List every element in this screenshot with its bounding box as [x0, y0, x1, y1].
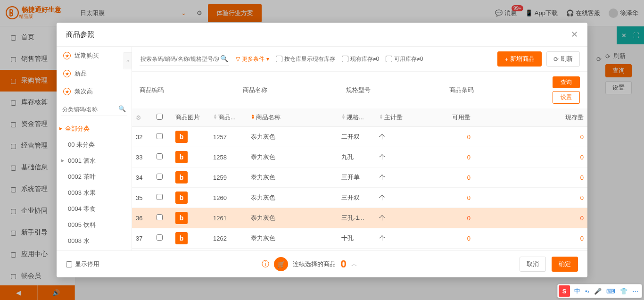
category-item-3[interactable]: 0002 茶叶: [57, 169, 132, 185]
cancel-button[interactable]: 取消: [520, 257, 546, 272]
ime-logo: S: [559, 285, 570, 297]
ime-toolbar[interactable]: S 中 •› 🎤 ⌨ 👕 ⋯: [557, 284, 642, 298]
col-spec[interactable]: ▲▼规格...: [338, 108, 375, 127]
category-item-8[interactable]: 0010 家电: [57, 249, 132, 250]
quick-filter-2[interactable]: ★频次高: [57, 83, 132, 100]
search-icon[interactable]: 🔍: [220, 55, 228, 62]
row-checkbox[interactable]: [157, 133, 163, 139]
refresh-icon: ⟳: [553, 56, 559, 63]
ime-lang[interactable]: 中: [572, 287, 583, 295]
product-image: b: [175, 192, 188, 204]
modal-footer: 显示停用 ⓘ 🛒 连续选择的商品 0 ︿ 取消 确定: [57, 250, 587, 277]
col-avail[interactable]: 可用量: [418, 108, 474, 127]
chk-stock-nonzero[interactable]: 现有库存≠0: [342, 55, 379, 63]
selected-count: 0: [340, 258, 346, 270]
show-disabled-checkbox[interactable]: 显示停用: [66, 260, 99, 268]
row-checkbox[interactable]: [157, 194, 163, 200]
product-image: b: [175, 212, 188, 224]
cart-icon[interactable]: 🛒: [274, 257, 288, 271]
table-row[interactable]: 37b1262泰力灰色十孔个00: [132, 228, 587, 249]
category-tree: 全部分类00 未分类0001 酒水0002 茶叶0003 水果0004 零食00…: [57, 121, 132, 250]
category-item-5[interactable]: 0004 零食: [57, 201, 132, 217]
product-image: b: [175, 171, 188, 183]
table-row[interactable]: 38b1263泰力灰色四开单个00: [132, 249, 587, 251]
category-item-2[interactable]: 0001 酒水: [57, 153, 132, 169]
search-row: 🔍 ▽ 更多条件 ▾ 按仓库显示现有库存 现有库存≠0 可用库存≠0 +新增商品…: [132, 47, 587, 72]
product-table-wrap[interactable]: ⚙ 商品图片 ▲▼商品... ▲▼商品名称 ▲▼规格... ▲▼主计量 可用量 …: [132, 108, 587, 250]
sort-icon: ▲▼: [251, 114, 255, 120]
product-table: ⚙ 商品图片 ▲▼商品... ▲▼商品名称 ▲▼规格... ▲▼主计量 可用量 …: [132, 108, 587, 250]
filter-row: 商品编码 商品名称 规格型号 商品条码 查询 设置: [132, 72, 587, 108]
filter-icon: ▽: [236, 56, 240, 62]
table-row[interactable]: 36b1261泰力灰色三孔-1...个00: [132, 208, 587, 228]
help-icon[interactable]: ⓘ: [262, 259, 269, 269]
modal-left-panel: ★近期购买★新品★频次高 « 🔍 全部分类00 未分类0001 酒水0002 茶…: [57, 47, 132, 250]
filter-code-input[interactable]: [167, 85, 231, 95]
row-checkbox[interactable]: [157, 234, 163, 241]
col-stock[interactable]: 现存量: [474, 108, 587, 127]
selected-label: 连续选择的商品: [293, 260, 336, 268]
col-unit[interactable]: ▲▼主计量: [375, 108, 418, 127]
ime-voice-icon[interactable]: 🎤: [592, 288, 604, 295]
collapse-left-icon[interactable]: «: [124, 52, 132, 69]
search-icon[interactable]: 🔍: [118, 105, 126, 112]
category-item-1[interactable]: 00 未分类: [57, 137, 132, 153]
filter-setting-button[interactable]: 设置: [553, 91, 580, 104]
quick-icon: ★: [63, 88, 71, 95]
table-row[interactable]: 35b1260泰力灰色三开双个00: [132, 188, 587, 208]
sort-icon: ▲▼: [379, 114, 383, 120]
quick-filter-1[interactable]: ★新品: [57, 65, 132, 83]
category-search: 🔍: [61, 103, 127, 116]
sort-icon: ▲▼: [341, 114, 346, 120]
filter-name-input[interactable]: [270, 85, 335, 95]
row-checkbox[interactable]: [157, 214, 163, 220]
gear-icon[interactable]: ⚙: [136, 114, 141, 121]
modal-title: 商品参照: [66, 30, 94, 39]
col-code[interactable]: ▲▼商品...: [209, 108, 247, 127]
product-image: b: [175, 151, 188, 163]
refresh-button[interactable]: ⟳刷新: [546, 51, 580, 67]
ime-more-icon[interactable]: ⋯: [630, 288, 641, 295]
category-item-0[interactable]: 全部分类: [57, 121, 132, 137]
filter-spec-input[interactable]: [373, 85, 438, 95]
chevron-up-icon[interactable]: ︿: [351, 260, 357, 268]
confirm-button[interactable]: 确定: [552, 257, 578, 272]
filter-query-button[interactable]: 查询: [553, 76, 580, 88]
more-conditions-toggle[interactable]: ▽ 更多条件 ▾: [236, 55, 269, 63]
quick-icon: ★: [63, 52, 71, 59]
add-product-button[interactable]: +新增商品: [497, 51, 542, 67]
modal-header: 商品参照 ✕: [57, 23, 587, 47]
quick-filter-0[interactable]: ★近期购买: [57, 47, 132, 65]
product-image: b: [175, 232, 188, 244]
product-search-input[interactable]: [140, 53, 229, 66]
category-item-6[interactable]: 0005 饮料: [57, 217, 132, 233]
filter-barcode-input[interactable]: [477, 85, 541, 95]
close-icon[interactable]: ✕: [571, 29, 578, 40]
row-checkbox[interactable]: [157, 153, 163, 159]
product-image: b: [175, 131, 188, 143]
sort-icon: ▲▼: [213, 114, 217, 120]
ime-keyboard-icon[interactable]: ⌨: [604, 288, 618, 295]
chk-avail-nonzero[interactable]: 可用库存≠0: [386, 55, 423, 63]
plus-icon: +: [504, 56, 508, 63]
ime-punct-icon[interactable]: •›: [583, 288, 592, 295]
chk-warehouse-stock[interactable]: 按仓库显示现有库存: [276, 55, 335, 63]
table-row[interactable]: 32b1257泰力灰色二开双个00: [132, 127, 587, 147]
product-reference-modal: 商品参照 ✕ ★近期购买★新品★频次高 « 🔍 全部分类00 未分类0001 酒…: [57, 23, 587, 277]
row-checkbox[interactable]: [157, 174, 163, 180]
chevron-down-icon: ▾: [266, 56, 269, 62]
select-all-checkbox[interactable]: [157, 114, 163, 120]
category-item-4[interactable]: 0003 水果: [57, 185, 132, 201]
category-item-7[interactable]: 0008 水: [57, 233, 132, 249]
table-row[interactable]: 34b1259泰力灰色三开单个00: [132, 167, 587, 188]
modal-right-panel: 🔍 ▽ 更多条件 ▾ 按仓库显示现有库存 现有库存≠0 可用库存≠0 +新增商品…: [132, 47, 587, 250]
table-row[interactable]: 33b1258泰力灰色九孔个00: [132, 147, 587, 167]
ime-skin-icon[interactable]: 👕: [618, 288, 630, 295]
quick-icon: ★: [63, 70, 71, 77]
category-search-input[interactable]: [61, 103, 127, 116]
col-name[interactable]: ▲▼商品名称: [247, 108, 338, 127]
col-img[interactable]: 商品图片: [172, 108, 209, 127]
